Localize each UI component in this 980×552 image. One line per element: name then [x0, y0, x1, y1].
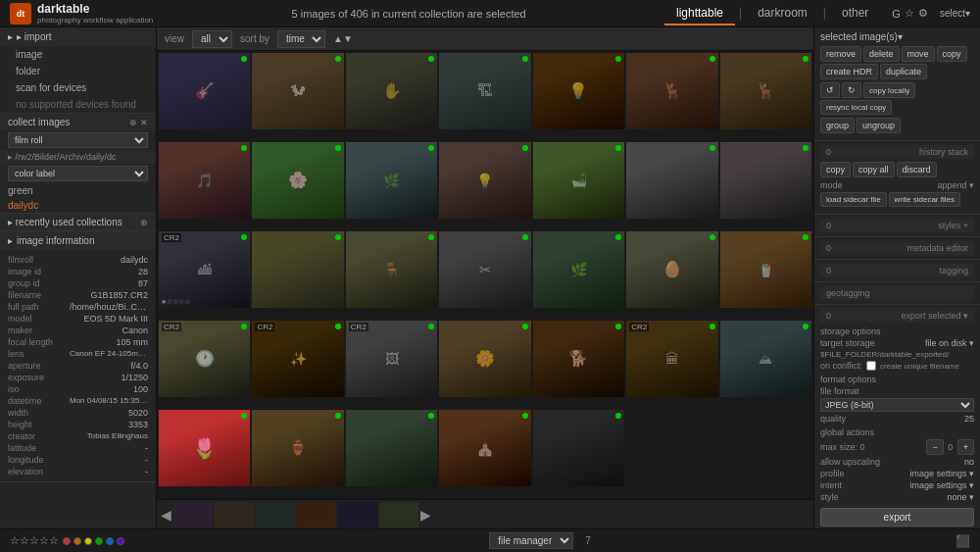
sort-select[interactable]: time: [277, 30, 325, 48]
import-scan[interactable]: scan for devices: [0, 79, 156, 96]
max-size-minus[interactable]: −: [926, 439, 943, 455]
filmstrip-next[interactable]: ▶: [420, 507, 431, 523]
tab-other[interactable]: other: [830, 2, 880, 25]
thumb-14[interactable]: [720, 142, 811, 219]
import-folder[interactable]: folder: [0, 63, 156, 79]
copy-history-btn[interactable]: copy: [820, 162, 851, 177]
thumb-25[interactable]: 🌼: [439, 321, 530, 397]
thumb-26[interactable]: 🐕: [533, 321, 624, 397]
rotate-right-btn[interactable]: ↻: [842, 82, 861, 98]
color-dot-purple[interactable]: [117, 537, 124, 545]
collect-header[interactable]: collect images ⊕ ✕: [0, 114, 156, 130]
thumb-16[interactable]: [252, 231, 343, 308]
load-sidecar-btn[interactable]: load sidecar file: [820, 192, 887, 207]
monitor-icon[interactable]: ⬛: [956, 534, 970, 548]
image-info-header[interactable]: ▸ image information: [0, 231, 156, 250]
max-size-plus[interactable]: +: [957, 439, 974, 455]
view-select[interactable]: all: [192, 30, 232, 48]
thumb-8[interactable]: 🎵: [159, 142, 250, 219]
discard-btn[interactable]: discard: [897, 162, 937, 177]
g-icon[interactable]: G: [892, 8, 901, 20]
thumb-20[interactable]: 🥚: [626, 231, 717, 308]
write-sidecar-btn[interactable]: write sidecar files: [889, 192, 960, 207]
color-dot-red[interactable]: [63, 537, 71, 545]
styles-divider[interactable]: 0 styles +: [820, 219, 974, 232]
thumb-9[interactable]: 🌸: [252, 142, 343, 219]
remove-btn[interactable]: remove: [820, 46, 861, 62]
thumb-3[interactable]: ✋: [346, 53, 437, 129]
color-dot-yellow[interactable]: [84, 537, 92, 545]
copy-btn[interactable]: copy: [937, 46, 967, 62]
thumb-30[interactable]: 🏺: [252, 410, 343, 486]
tagging-divider[interactable]: 0 tagging: [820, 264, 974, 277]
thumb-2[interactable]: 🐿: [252, 53, 343, 129]
thumb-19[interactable]: 🌿: [533, 231, 624, 308]
profile-value[interactable]: image settings ▾: [909, 469, 974, 478]
rotate-left-btn[interactable]: ↺: [820, 82, 840, 98]
recently-header[interactable]: ▸ recently used collections ⊕: [0, 214, 156, 230]
thumb-31[interactable]: [346, 410, 437, 486]
filmstrip-thumb-1[interactable]: [173, 502, 213, 527]
thumb-4[interactable]: 🏗: [439, 53, 530, 129]
thumb-7[interactable]: 🦌: [720, 53, 811, 129]
tab-darkroom[interactable]: darkroom: [746, 2, 819, 25]
duplicate-btn[interactable]: duplicate: [880, 64, 927, 79]
file-manager-select[interactable]: file manager: [489, 532, 573, 549]
copy-locally-btn[interactable]: copy locally: [863, 82, 915, 98]
thumb-33[interactable]: [533, 410, 624, 486]
thumb-11[interactable]: 💡: [439, 142, 530, 219]
copy-all-btn[interactable]: copy all: [853, 162, 895, 177]
file-format-select[interactable]: JPEG (8-bit): [820, 398, 974, 412]
thumb-15[interactable]: 🏙 CR2 ★☆☆☆☆: [159, 231, 250, 308]
select-label[interactable]: select▾: [940, 8, 970, 19]
create-unique-checkbox[interactable]: [866, 361, 876, 371]
thumb-6[interactable]: 🦌: [626, 53, 717, 129]
filmstrip-thumb-5[interactable]: [338, 502, 377, 527]
thumb-22[interactable]: 🕐 CR2: [159, 321, 250, 397]
thumb-17[interactable]: 🪑: [346, 231, 437, 308]
file-on-disk-label[interactable]: file on disk ▾: [925, 338, 974, 348]
thumb-21[interactable]: 🥤: [720, 231, 811, 308]
delete-btn[interactable]: delete: [863, 46, 900, 62]
move-btn[interactable]: move: [902, 46, 935, 62]
tab-lighttable[interactable]: lighttable: [664, 2, 735, 25]
filmstrip-thumb-6[interactable]: [379, 502, 418, 527]
color-dot-green[interactable]: [95, 537, 103, 545]
gear-icon[interactable]: ⚙: [918, 7, 928, 20]
thumb-5[interactable]: 💡: [533, 53, 624, 129]
thumb-29[interactable]: 🌷: [159, 410, 250, 486]
thumb-24[interactable]: 🖼 CR2: [346, 321, 437, 397]
thumb-18[interactable]: ✂: [439, 231, 530, 308]
create-hdr-btn[interactable]: create HDR: [820, 64, 878, 79]
color-dot-blue[interactable]: [106, 537, 114, 545]
thumb-12[interactable]: 🛁: [533, 142, 624, 219]
export-btn[interactable]: export: [820, 508, 974, 527]
thumb-28[interactable]: ⛰: [720, 321, 811, 397]
thumb-13[interactable]: [626, 142, 717, 219]
geotagging-divider[interactable]: geotagging: [820, 286, 974, 300]
filmstrip-thumb-3[interactable]: [256, 502, 295, 527]
filmstrip-prev[interactable]: ◀: [161, 507, 172, 523]
ungroup-btn[interactable]: ungroup: [857, 118, 901, 133]
thumb-1[interactable]: 🎸: [159, 53, 250, 129]
group-btn[interactable]: group: [820, 118, 855, 133]
thumb-32[interactable]: ⛪: [439, 410, 530, 486]
collect-color-select[interactable]: color label: [8, 166, 148, 181]
import-image[interactable]: image: [0, 46, 156, 63]
resync-btn[interactable]: resync local copy: [820, 100, 892, 115]
color-dot-orange[interactable]: [74, 537, 81, 545]
metadata-divider[interactable]: 0 metadata editor: [820, 241, 974, 255]
filmstrip-thumb-4[interactable]: [297, 502, 336, 527]
selected-images-label[interactable]: selected image(s)▾: [820, 31, 903, 42]
star-icon[interactable]: ☆: [905, 7, 914, 20]
import-header[interactable]: ▸ ▸ import: [0, 27, 156, 46]
thumb-27[interactable]: 🏛 CR2: [626, 321, 717, 397]
intent-value[interactable]: image settings ▾: [909, 480, 974, 490]
thumb-23[interactable]: ✨ CR2: [252, 321, 343, 397]
thumb-10[interactable]: 🌿: [346, 142, 437, 219]
bottom-stars[interactable]: ☆☆☆☆☆: [10, 534, 59, 547]
style-value[interactable]: none ▾: [947, 492, 974, 502]
sort-dir-icon[interactable]: ▲▼: [333, 33, 353, 44]
collect-filmroll-select[interactable]: film roll: [8, 132, 148, 148]
filmstrip-thumb-2[interactable]: [215, 502, 254, 527]
